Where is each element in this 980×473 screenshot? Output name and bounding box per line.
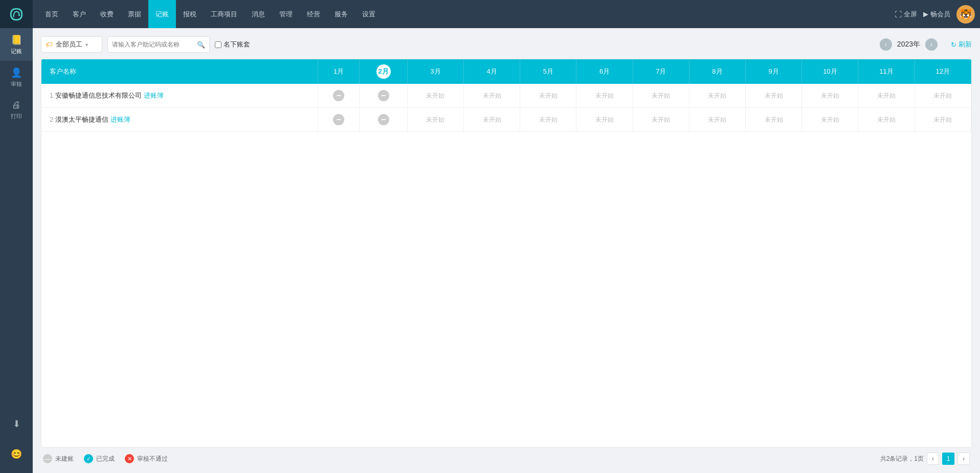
row-num: 1	[50, 92, 53, 99]
page-1-btn[interactable]: 1	[942, 453, 954, 465]
col-mar: 3月	[407, 59, 463, 84]
sidebar-item-bookkeeping[interactable]: 📒 记账	[0, 28, 33, 61]
month-cell: 未开始	[576, 108, 633, 132]
status-dash-icon: −	[333, 114, 344, 125]
status-not-started: 未开始	[933, 116, 952, 123]
nav-manage[interactable]: 管理	[272, 0, 300, 28]
col-client-header: 客户名称	[41, 59, 318, 84]
month-cell: 未开始	[915, 84, 971, 108]
col-feb: 2月	[360, 59, 408, 84]
status-dash-icon: −	[378, 114, 389, 125]
employee-filter[interactable]: 🏷 全部员工 ▾	[41, 36, 102, 53]
refresh-label: 刷新	[959, 40, 972, 49]
total-records: 共2条记录，1页	[880, 455, 924, 463]
table-footer: — 未建账 ✓ 已完成 ✕ 审核不通过 共2条记录，1页 ‹ 1 ›	[41, 447, 972, 465]
support-icon: 😊	[11, 448, 22, 460]
enter-ledger-link[interactable]: 进账簿	[110, 116, 130, 123]
prev-year-btn[interactable]: ‹	[880, 38, 892, 51]
refresh-btn[interactable]: ↻ 刷新	[951, 40, 972, 49]
audit-icon: 👤	[11, 67, 22, 78]
svg-point-0	[18, 14, 20, 16]
sidebar-item-download[interactable]: ⬇	[0, 410, 33, 438]
status-not-started: 未开始	[539, 116, 558, 123]
col-jul: 7月	[633, 59, 689, 84]
month-cell: 未开始	[576, 84, 633, 108]
status-not-started: 未开始	[821, 116, 839, 123]
search-icon[interactable]: 🔍	[197, 41, 205, 49]
month-cell: −	[318, 84, 360, 108]
status-not-started: 未开始	[933, 92, 952, 99]
month-cell: 未开始	[633, 84, 689, 108]
tag-icon: 🏷	[46, 40, 53, 49]
completed-label: 已完成	[96, 455, 115, 463]
legend-completed: ✓ 已完成	[84, 454, 115, 463]
nav-right: ⛶ 全屏 ▶ 畅会员 🐯	[895, 5, 975, 24]
client-cell: 1安徽畅捷通信息技术有限公司 进账簿	[41, 84, 318, 108]
month-cell: 未开始	[520, 84, 576, 108]
mine-checkbox[interactable]	[215, 41, 221, 48]
refresh-icon: ↻	[951, 41, 956, 49]
sidebar-bottom: ⬇ 😊	[0, 410, 33, 473]
nav-bookkeeping[interactable]: 记账	[148, 0, 176, 28]
month-cell: 未开始	[407, 108, 463, 132]
sidebar-item-print[interactable]: 🖨 打印	[0, 94, 33, 126]
nav-service[interactable]: 服务	[327, 0, 355, 28]
nav-business[interactable]: 工商项目	[204, 0, 244, 28]
sidebar-item-support[interactable]: 😊	[0, 440, 33, 468]
sidebar-item-audit[interactable]: 👤 审核	[0, 61, 33, 94]
user-avatar[interactable]: 🐯	[956, 5, 975, 24]
rejected-icon: ✕	[125, 454, 134, 463]
topnav: 首页 客户 收费 票据 记账 报税 工商项目 消息 管理 经营 服务 设置 ⛶ …	[33, 0, 980, 28]
search-input[interactable]	[112, 41, 194, 48]
month-cell: 未开始	[802, 84, 858, 108]
search-box: 🔍	[107, 36, 210, 53]
nav-home[interactable]: 首页	[38, 0, 65, 28]
toolbar: 🏷 全部员工 ▾ 🔍 名下账套 ‹ 2023年 › ↻ 刷新	[41, 36, 972, 53]
year-nav: ‹ 2023年 ›	[880, 38, 938, 51]
col-aug: 8月	[689, 59, 745, 84]
mine-checkbox-label[interactable]: 名下账套	[215, 40, 250, 49]
nav-settings[interactable]: 设置	[355, 0, 383, 28]
not-started-icon: —	[43, 454, 52, 463]
fullscreen-icon: ⛶	[895, 10, 902, 18]
col-nov: 11月	[858, 59, 915, 84]
dropdown-arrow-icon: ▾	[85, 42, 88, 48]
enter-ledger-link[interactable]: 进账簿	[144, 92, 164, 99]
status-not-started: 未开始	[821, 92, 839, 99]
status-not-started: 未开始	[483, 92, 501, 99]
status-not-started: 未开始	[877, 116, 896, 123]
next-year-btn[interactable]: ›	[925, 38, 938, 51]
status-not-started: 未开始	[708, 116, 726, 123]
status-not-started: 未开始	[877, 92, 896, 99]
col-may: 5月	[520, 59, 576, 84]
month-cell: 未开始	[802, 108, 858, 132]
legend-rejected: ✕ 审核不通过	[125, 454, 168, 463]
legend-not-started: — 未建账	[43, 454, 74, 463]
month-cell: 未开始	[464, 108, 520, 132]
next-page-btn[interactable]: ›	[957, 453, 970, 465]
nav-billing[interactable]: 收费	[93, 0, 121, 28]
month-cell: 未开始	[464, 84, 520, 108]
table-row: 2漠澳太平畅捷通信 进账簿−−未开始未开始未开始未开始未开始未开始未开始未开始未…	[41, 108, 971, 132]
month-cell: 未开始	[858, 84, 915, 108]
nav-tax[interactable]: 报税	[176, 0, 204, 28]
col-jan: 1月	[318, 59, 360, 84]
month-cell: 未开始	[915, 108, 971, 132]
member-icon: ▶	[923, 10, 928, 18]
status-not-started: 未开始	[765, 116, 783, 123]
month-cell: −	[360, 108, 408, 132]
prev-page-btn[interactable]: ‹	[927, 453, 939, 465]
nav-invoice[interactable]: 票据	[121, 0, 148, 28]
nav-operation[interactable]: 经营	[300, 0, 327, 28]
status-not-started: 未开始	[426, 116, 444, 123]
nav-client[interactable]: 客户	[65, 0, 93, 28]
month-cell: 未开始	[746, 108, 802, 132]
status-not-started: 未开始	[595, 116, 614, 123]
fullscreen-btn[interactable]: ⛶ 全屏	[895, 10, 917, 19]
client-name: 漠澳太平畅捷通信	[55, 116, 108, 123]
pagination: 共2条记录，1页 ‹ 1 ›	[880, 453, 970, 465]
member-btn[interactable]: ▶ 畅会员	[923, 10, 950, 19]
employee-filter-label: 全部员工	[56, 40, 82, 49]
nav-message[interactable]: 消息	[244, 0, 272, 28]
col-oct: 10月	[802, 59, 858, 84]
